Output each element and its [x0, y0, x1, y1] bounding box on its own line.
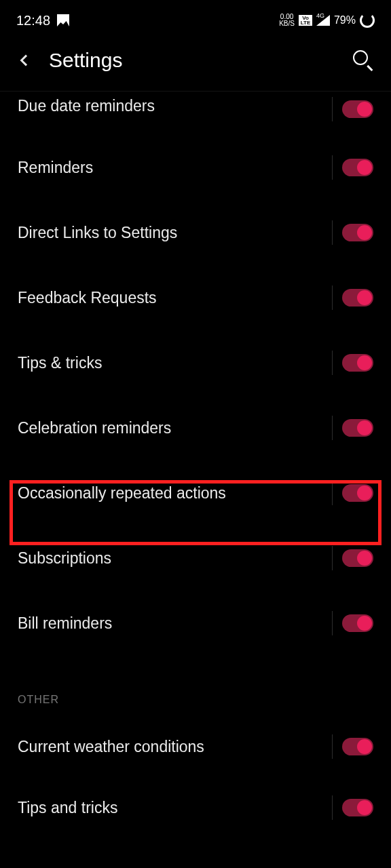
toggle-switch[interactable]: [342, 289, 373, 307]
section-header-other: OTHER: [0, 656, 391, 718]
setting-label: Reminders: [18, 159, 93, 177]
status-bar: 12:48 0.00 KB/S Vo LTE 79%: [0, 0, 391, 38]
toggle-switch[interactable]: [342, 738, 373, 755]
toggle-switch[interactable]: [342, 419, 373, 437]
lte-icon: Vo LTE: [299, 15, 312, 26]
divider: [332, 97, 333, 121]
setting-label: Bill reminders: [18, 614, 112, 633]
page-title: Settings: [49, 49, 338, 72]
status-left: 12:48: [16, 13, 69, 28]
toggle-switch[interactable]: [342, 354, 373, 372]
setting-row-tips-tricks[interactable]: Tips & tricks: [0, 330, 391, 395]
setting-label: Feedback Requests: [18, 289, 157, 307]
divider: [332, 416, 333, 440]
setting-row-feedback-requests[interactable]: Feedback Requests: [0, 265, 391, 330]
divider: [332, 611, 333, 635]
divider: [332, 220, 333, 245]
setting-row-bill-reminders[interactable]: Bill reminders: [0, 591, 391, 656]
divider: [332, 734, 333, 759]
setting-row-weather[interactable]: Current weather conditions: [0, 718, 391, 775]
setting-row-subscriptions[interactable]: Subscriptions: [0, 526, 391, 591]
toggle-switch[interactable]: [342, 100, 373, 118]
setting-label: Due date reminders: [18, 97, 155, 115]
toggle-switch[interactable]: [342, 224, 373, 241]
toggle-switch[interactable]: [342, 159, 373, 176]
settings-list: Due date reminders Reminders Direct Link…: [0, 91, 391, 840]
setting-row-direct-links[interactable]: Direct Links to Settings: [0, 200, 391, 265]
gallery-icon: [57, 14, 69, 26]
divider: [332, 351, 333, 375]
setting-row-reminders[interactable]: Reminders: [0, 135, 391, 200]
setting-label: Celebration reminders: [18, 419, 171, 437]
toggle-switch[interactable]: [342, 484, 373, 502]
divider: [332, 285, 333, 310]
setting-label: Subscriptions: [18, 549, 111, 568]
setting-label: Occasionally repeated actions: [18, 484, 226, 502]
divider: [332, 155, 333, 180]
setting-row-celebration-reminders[interactable]: Celebration reminders: [0, 395, 391, 460]
status-time: 12:48: [16, 13, 50, 28]
status-right: 0.00 KB/S Vo LTE 79%: [279, 13, 375, 28]
divider: [332, 546, 333, 570]
divider: [332, 481, 333, 505]
setting-label: Current weather conditions: [18, 738, 204, 756]
setting-label: Direct Links to Settings: [18, 224, 177, 242]
divider: [332, 795, 333, 820]
setting-label: Tips and tricks: [18, 799, 117, 817]
setting-row-tips-and-tricks-2[interactable]: Tips and tricks: [0, 775, 391, 840]
setting-label: Tips & tricks: [18, 354, 102, 372]
network-speed: 0.00 KB/S: [279, 14, 295, 27]
toggle-switch[interactable]: [342, 614, 373, 632]
loading-icon: [360, 13, 375, 28]
toggle-switch[interactable]: [342, 549, 373, 567]
app-header: Settings: [0, 38, 391, 91]
setting-row-occasionally-repeated-actions[interactable]: Occasionally repeated actions: [0, 460, 391, 526]
battery-percent: 79%: [334, 14, 356, 26]
setting-row-due-date-reminders[interactable]: Due date reminders: [0, 92, 391, 135]
back-button[interactable]: [18, 52, 34, 68]
chevron-left-icon: [20, 55, 32, 66]
signal-icon: [316, 15, 330, 26]
search-button[interactable]: [353, 50, 373, 71]
toggle-switch[interactable]: [342, 799, 373, 816]
